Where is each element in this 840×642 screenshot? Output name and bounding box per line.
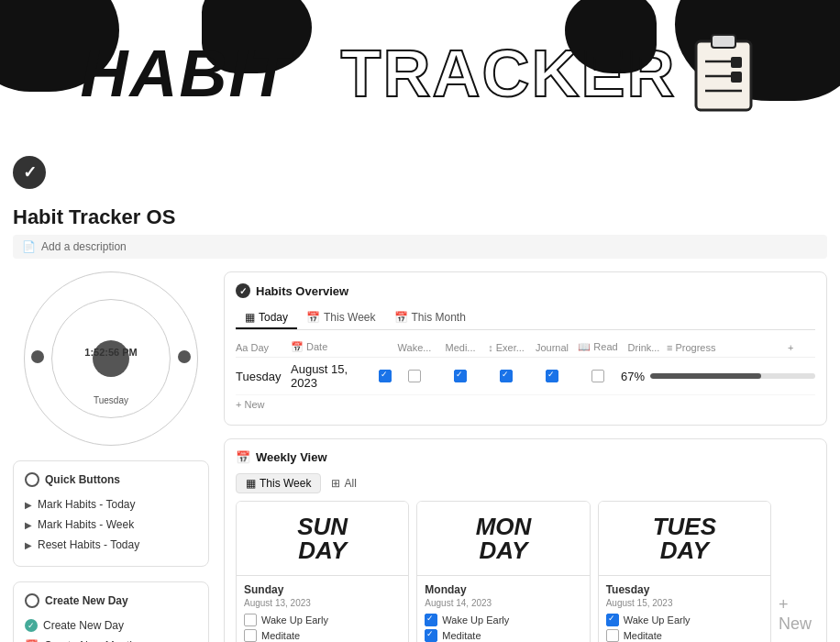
add-new-card-label: + New <box>779 595 815 634</box>
tab-this-week-label: This Week <box>324 311 375 324</box>
tab-today[interactable]: ▦ Today <box>236 307 297 329</box>
quick-btn-week[interactable]: ▶ Mark Habits - Week <box>25 515 197 535</box>
left-sidebar: 1:52:56 PM Tuesday Quick Buttons ▶ Mark … <box>13 271 224 642</box>
weekly-tab-thisweek-label: This Week <box>260 477 311 490</box>
sunday-body: Sunday August 13, 2023 Wake Up Early Med… <box>237 576 408 642</box>
row-progress: 67% <box>621 370 815 383</box>
right-main: ✓ Habits Overview ▦ Today 📅 This Week 📅 … <box>224 271 827 642</box>
tue-wake-check[interactable] <box>606 614 619 626</box>
header-title: HABIT TRACKER <box>81 32 760 115</box>
monday-name: Monday <box>425 583 581 596</box>
col-read-header: 📖 Read <box>575 341 621 353</box>
weekly-tab-all[interactable]: ⊞ All <box>321 473 366 493</box>
monday-date: August 14, 2023 <box>425 598 581 608</box>
svg-rect-1 <box>712 35 735 48</box>
medi-checkbox[interactable] <box>454 370 467 382</box>
habit-table-header: Aa Day 📅 Date Wake... Medi... ↕ Exer... … <box>236 338 815 358</box>
add-description-label: Add a description <box>41 240 127 253</box>
tue-med-check[interactable] <box>606 629 619 642</box>
quick-btn-week-label: Mark Habits - Week <box>38 518 134 531</box>
circle-icon <box>25 472 39 487</box>
clock-widget: 1:52:56 PM Tuesday <box>24 271 198 446</box>
wake-checkbox[interactable] <box>408 370 421 382</box>
cal-icon: 📅 <box>306 311 320 324</box>
mon-wake-check[interactable] <box>425 614 437 626</box>
clipboard-icon <box>691 32 760 115</box>
sunday-header: SUNDAY <box>237 502 408 576</box>
habits-section-header: ✓ Habits Overview <box>236 283 815 298</box>
clock-day: Tuesday <box>94 395 128 405</box>
col-journal-header: Journal <box>529 342 575 353</box>
page-title: Habit Tracker OS <box>13 205 827 229</box>
svg-rect-5 <box>731 72 742 83</box>
monday-body: Monday August 14, 2023 Wake Up Early Med… <box>417 576 589 642</box>
tab-this-month[interactable]: 📅 This Month <box>385 307 475 329</box>
journal-checkbox[interactable] <box>546 370 558 382</box>
weekly-tab-thisweek[interactable]: ▦ This Week <box>236 473 321 493</box>
weekly-section-title: Weekly View <box>256 450 327 464</box>
monday-wake: Wake Up Early <box>425 614 581 626</box>
add-new-day-card[interactable]: + New <box>779 501 815 642</box>
sunday-date: August 13, 2023 <box>244 598 401 608</box>
weekly-view-section: 📅 Weekly View ▦ This Week ⊞ All SUNDAY <box>224 438 827 642</box>
day-card-tuesday: TUESDAY Tuesday August 15, 2023 Wake Up … <box>598 501 771 642</box>
weekly-section-header: 📅 Weekly View <box>236 450 815 464</box>
sun-wake-check[interactable] <box>244 614 257 626</box>
table-icon: ▦ <box>245 311 255 324</box>
habits-section-title: Habits Overview <box>256 284 348 298</box>
row-medi[interactable] <box>437 370 483 382</box>
row-date: August 15, 2023 <box>291 362 392 390</box>
clock-dot-left <box>31 350 44 363</box>
grid-icon: ⊞ <box>331 477 340 490</box>
page-check-row <box>0 147 840 198</box>
row-wake[interactable] <box>392 370 437 382</box>
habits-check-icon: ✓ <box>236 283 250 298</box>
circle-icon-2 <box>25 593 39 608</box>
quick-btn-reset[interactable]: ▶ Reset Habits - Today <box>25 535 197 555</box>
quick-btn-today[interactable]: ▶ Mark Habits - Today <box>25 494 197 515</box>
sun-med-check[interactable] <box>244 629 257 642</box>
add-description-bar[interactable]: 📄 Add a description <box>13 235 827 259</box>
col-exer-header: ↕ Exer... <box>483 342 529 353</box>
create-new-day-label: Create New Day <box>43 619 124 632</box>
row-read[interactable] <box>575 370 621 382</box>
col-day-header: Aa Day <box>236 342 291 353</box>
check-icon-sm: ✓ <box>25 619 38 632</box>
main-content: 1:52:56 PM Tuesday Quick Buttons ▶ Mark … <box>0 271 840 642</box>
row-exer[interactable] <box>483 370 529 382</box>
sunday-name: Sunday <box>244 583 401 596</box>
table-row: Tuesday August 15, 2023 67% <box>236 358 815 395</box>
quick-btn-reset-label: Reset Habits - Today <box>38 538 139 551</box>
add-col-btn[interactable]: + <box>788 342 815 353</box>
create-new-day-title: Create New Day <box>25 593 197 608</box>
header-banner: HABIT TRACKER <box>0 0 840 147</box>
progress-fill <box>650 373 761 379</box>
monday-header: MONDAY <box>417 502 589 576</box>
read-checkbox[interactable] <box>591 370 604 382</box>
day-card-sunday: SUNDAY Sunday August 13, 2023 Wake Up Ea… <box>236 501 409 642</box>
add-new-row[interactable]: + New <box>236 395 815 414</box>
tuesday-meditate: Meditate <box>606 629 763 642</box>
tuesday-body: Tuesday August 15, 2023 Wake Up Early Me… <box>599 576 770 642</box>
arrow-icon: ▶ <box>25 540 32 550</box>
clock-dot-right <box>178 350 191 363</box>
tab-this-week[interactable]: 📅 This Week <box>297 307 384 329</box>
col-wake-header: Wake... <box>392 342 437 353</box>
mon-med-check[interactable] <box>425 629 437 642</box>
row-date-check[interactable] <box>379 370 392 382</box>
sunday-meditate: Meditate <box>244 629 401 642</box>
col-date-header: 📅 Date <box>291 341 392 353</box>
clock-time: 1:52:56 PM <box>84 347 137 359</box>
sunday-wake: Wake Up Early <box>244 614 401 626</box>
tuesday-header: TUESDAY <box>599 502 770 576</box>
title-habit: HABIT TRACKER <box>81 40 677 106</box>
tab-today-label: Today <box>259 311 288 324</box>
exer-checkbox[interactable] <box>500 370 513 382</box>
create-new-month-btn[interactable]: 📅 Create New Month <box>25 636 197 642</box>
row-journal[interactable] <box>529 370 575 382</box>
cal-icon-2: 📅 <box>394 311 408 324</box>
col-medi-header: Medi... <box>437 342 483 353</box>
habits-overview-section: ✓ Habits Overview ▦ Today 📅 This Week 📅 … <box>224 271 827 426</box>
create-new-day-btn[interactable]: ✓ Create New Day <box>25 615 197 636</box>
tab-this-month-label: This Month <box>412 311 466 324</box>
